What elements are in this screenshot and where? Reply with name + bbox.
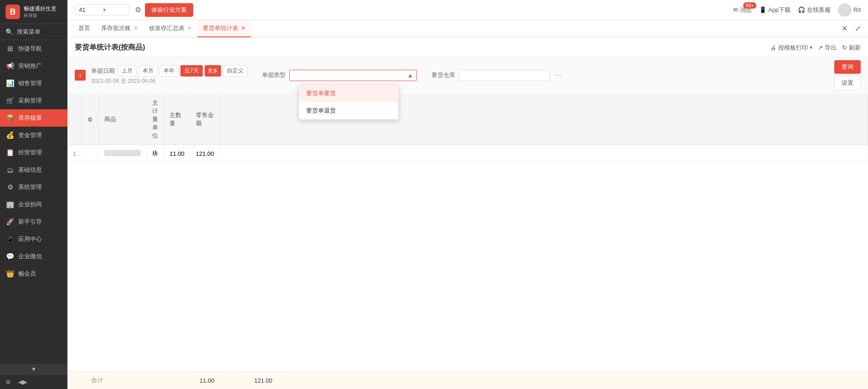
tab-order-stats[interactable]: 要货单统计表 ✕ (197, 20, 251, 37)
warehouse-filter-label: 要货仓库 (431, 71, 455, 79)
branch-selector[interactable]: 41 ▾ (75, 4, 129, 15)
date-btn-custom[interactable]: 自定义 (223, 65, 247, 77)
online-service-button[interactable]: 🎧 在线客服 (798, 6, 831, 14)
sidebar-item-inventory[interactable]: 📦 库存核算 (0, 109, 67, 127)
topbar-left: 41 ▾ ⚙ 体验行业方案 (75, 3, 733, 17)
nav-label: 基础信息 (18, 166, 42, 174)
tab-receive-send[interactable]: 收发存汇总表 ✕ (144, 20, 197, 37)
col-unit: 主计量单位 (147, 94, 164, 145)
nav-label: 销售管理 (18, 79, 42, 87)
warehouse-filter-input[interactable] (459, 70, 550, 81)
col-settings[interactable]: ⚙ (82, 94, 99, 145)
app-logo: B 畅捷通好生意 标准版 (0, 0, 67, 24)
refresh-label: 刷新 (849, 44, 861, 52)
sidebar-item-basic[interactable]: 🗂 基础信息 (0, 161, 67, 179)
sidebar-item-appstore[interactable]: 📱 应用中心 (0, 230, 67, 248)
close-all-tabs-icon[interactable]: ✕ (840, 22, 849, 35)
dropdown-item-order-return[interactable]: 要货单退货 (299, 102, 398, 119)
tab-close-icon[interactable]: ✕ (187, 25, 192, 31)
type-filter-input[interactable] (289, 70, 417, 81)
nav-label: 系统管理 (18, 183, 42, 191)
more-filters-icon[interactable]: ··· (555, 71, 561, 79)
search-icon: 🔍 (5, 28, 13, 36)
expand-icon[interactable]: ⤢ (853, 22, 863, 35)
chevron-up-icon[interactable]: ▲ (407, 72, 413, 79)
marketing-icon: 📢 (5, 62, 15, 70)
online-service-label: 在线客服 (807, 6, 831, 14)
filter-date-group: 单据日期 上月 本月 本年 近7天 更多 自定义 2023-05-06 至 20… (91, 65, 247, 85)
nav-label: 企业协同 (18, 200, 42, 209)
trial-button[interactable]: 体验行业方案 (145, 3, 193, 17)
date-btn-current[interactable]: 本月 (139, 65, 158, 77)
filter-bar: › 单据日期 上月 本月 本年 近7天 更多 自定义 2023-05-06 至 … (67, 56, 868, 94)
tab-inventory-batch[interactable]: 库存批次账 ✕ (96, 20, 144, 37)
sidebar-item-quick-nav[interactable]: ⊞ 快捷导航 (0, 40, 67, 57)
nav-label: 库存核算 (18, 114, 42, 122)
date-btn-up[interactable]: 上月 (118, 65, 137, 77)
print-icon: 🖨 (770, 44, 776, 51)
query-button[interactable]: 查询 (834, 60, 861, 74)
dropdown-item-order-goods[interactable]: 要货单要货 (299, 85, 398, 102)
column-settings-icon[interactable]: ⚙ (87, 116, 93, 123)
page-title: 要货单统计表(按商品) (75, 43, 145, 52)
avatar-image (838, 3, 852, 17)
topbar-right: ✉ 消息 99+ 📱 App下载 🎧 在线客服 Rit (733, 3, 861, 17)
sidebar-item-enterprise[interactable]: 🏢 企业协同 (0, 196, 67, 213)
table-row: 1 块 11.00 121.00 (67, 145, 868, 163)
sidebar-item-wechat[interactable]: 💬 企业微信 (0, 248, 67, 265)
print-button[interactable]: 🖨 按模板打印 ▾ (770, 44, 812, 52)
date-btn-year[interactable]: 本年 (159, 65, 179, 77)
collapse-button[interactable]: ◀▶ (18, 379, 27, 385)
main-content: 41 ▾ ⚙ 体验行业方案 ✉ 消息 99+ 📱 App下载 🎧 在线客服 R (67, 0, 868, 389)
type-filter-label: 单据类型 (262, 71, 286, 79)
guide-icon: 🚀 (5, 218, 15, 226)
export-button[interactable]: ↗ 导出 (818, 44, 837, 52)
sidebar-search[interactable]: 🔍 搜索菜单 (0, 24, 67, 40)
tab-home[interactable]: 首页 (73, 20, 96, 37)
nav-label: 新手引导 (18, 218, 42, 226)
chevron-down-icon: ▾ (810, 45, 812, 51)
sidebar-item-member[interactable]: 👑 畅会员 (0, 265, 67, 282)
tab-label: 库存批次账 (101, 24, 131, 32)
date-btn-more[interactable]: 更多 (205, 65, 221, 77)
user-avatar[interactable]: Rit (838, 3, 861, 17)
sidebar-item-finance[interactable]: 💰 资金管理 (0, 127, 67, 144)
export-label: 导出 (825, 44, 837, 52)
gear-icon[interactable]: ⚙ (135, 5, 141, 14)
cell-product (99, 145, 147, 163)
refresh-button[interactable]: ↻ 刷新 (842, 44, 861, 52)
chevron-down-icon: ▾ (103, 6, 125, 13)
footer-quantity: 11.00 (200, 377, 254, 384)
wechat-icon: 💬 (5, 252, 15, 261)
cell-unit: 块 (147, 145, 164, 163)
sidebar-item-purchase[interactable]: 🛒 采购管理 (0, 92, 67, 109)
sidebar-item-sales[interactable]: 📊 销售管理 (0, 75, 67, 92)
topbar: 41 ▾ ⚙ 体验行业方案 ✉ 消息 99+ 📱 App下载 🎧 在线客服 R (67, 0, 868, 20)
phone-icon: 📱 (759, 6, 766, 13)
type-dropdown-menu: 要货单要货 要货单退货 (298, 84, 399, 120)
col-quantity: 主数量 (164, 94, 190, 145)
filter-expand-button[interactable]: › (75, 70, 86, 81)
tab-close-icon[interactable]: ✕ (241, 25, 246, 31)
export-icon: ↗ (818, 44, 823, 51)
app-download-button[interactable]: 📱 App下载 (759, 6, 791, 14)
logo-sub: 标准版 (24, 12, 56, 19)
filter-settings-button[interactable]: 设置 (834, 76, 861, 90)
sidebar-item-operation[interactable]: 📋 经营管理 (0, 144, 67, 161)
headset-icon: 🎧 (798, 6, 805, 13)
sidebar-item-marketing[interactable]: 📢 营销推广 (0, 57, 67, 75)
date-btn-7days[interactable]: 近7天 (180, 65, 203, 77)
filter-warehouse-group: 要货仓库 ··· (431, 70, 561, 81)
sidebar-scroll-down[interactable]: ▼ (0, 364, 67, 374)
page-header: 要货单统计表(按商品) 🖨 按模板打印 ▾ ↗ 导出 ↻ 刷新 (67, 37, 868, 56)
sidebar-bottom: ⚙ ◀▶ (0, 374, 67, 389)
tab-close-icon[interactable]: ✕ (134, 25, 138, 31)
sidebar-item-guide[interactable]: 🚀 新手引导 (0, 213, 67, 230)
col-product: 商品 (99, 94, 147, 145)
finance-icon: 💰 (5, 131, 15, 139)
sidebar-item-system[interactable]: ⚙ 系统管理 (0, 179, 67, 196)
table-header-row: ⚙ 商品 主计量单位 主数量 零售金额 (67, 94, 868, 145)
print-label: 按模板打印 (778, 44, 808, 52)
settings-button[interactable]: ⚙ (5, 379, 11, 385)
messages-button[interactable]: ✉ 消息 99+ (733, 6, 752, 14)
